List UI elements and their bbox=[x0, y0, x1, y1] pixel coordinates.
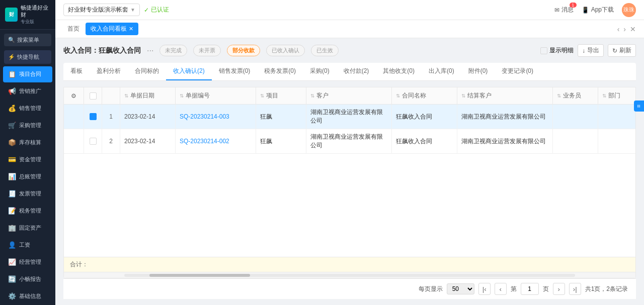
sidebar-item-general[interactable]: 📊 总账管理 bbox=[3, 169, 52, 185]
last-page-button[interactable]: ›| bbox=[569, 283, 581, 295]
row-checkbox-1[interactable] bbox=[90, 113, 97, 120]
sidebar-item-basic[interactable]: ⚙️ 基础信息 bbox=[3, 288, 52, 304]
general-icon: 📊 bbox=[8, 173, 16, 181]
th-contract[interactable]: ⇅ 合同名称 bbox=[392, 87, 457, 104]
sidebar: 财 畅捷通好业财 专业版 🔍 搜索菜单 ⚡ 快捷导航 📋 项目合同 📢 营销推广… bbox=[0, 0, 55, 305]
td-project-1: 狂飙 bbox=[256, 105, 306, 129]
first-page-button[interactable]: |‹ bbox=[478, 283, 491, 295]
right-panel-button[interactable]: ≡ bbox=[634, 100, 644, 112]
row-checkbox-2[interactable] bbox=[90, 138, 97, 145]
subtab-out-in[interactable]: 出入库(0) bbox=[422, 63, 461, 80]
status-partial-btn[interactable]: 部分收款 bbox=[227, 45, 260, 56]
table-row[interactable]: 1 2023-02-14 SQ-20230214-003 狂飙 湖南卫视商业运营… bbox=[64, 105, 635, 129]
next-tab-button[interactable]: › bbox=[623, 25, 626, 33]
show-detail-checkbox[interactable]: 显示明细 bbox=[540, 44, 574, 57]
sidebar-item-report[interactable]: 🔄 小畅报告 bbox=[3, 271, 52, 287]
table-row[interactable]: 2 2023-02-14 SQ-20230214-002 狂飙 湖南卫视商业运营… bbox=[64, 129, 635, 154]
sidebar-item-fixed[interactable]: 🏢 固定资产 bbox=[3, 220, 52, 236]
sidebar-item-funds[interactable]: 💳 资金管理 bbox=[3, 152, 52, 168]
sort-icon: ⇅ bbox=[557, 93, 561, 98]
total-info: 共1页，2条记录 bbox=[585, 285, 628, 293]
sidebar-item-sales[interactable]: 💰 销售管理 bbox=[3, 100, 52, 117]
prev-tab-button[interactable]: ‹ bbox=[617, 25, 620, 33]
horizontal-scrollbar[interactable] bbox=[64, 272, 635, 278]
close-all-tabs-button[interactable]: ✕ bbox=[630, 25, 636, 33]
current-tab[interactable]: 收入合同看板 ✕ bbox=[86, 23, 138, 35]
th-result-customer[interactable]: ⇅ 结算客户 bbox=[457, 87, 553, 104]
show-detail-cb-box[interactable] bbox=[540, 47, 547, 54]
subtab-change-log[interactable]: 变更记录(0) bbox=[495, 63, 540, 80]
subtab-purchase[interactable]: 采购(0) bbox=[303, 63, 337, 80]
sidebar-item-project[interactable]: 📋 项目合同 bbox=[3, 66, 52, 82]
th-department[interactable]: ⇅ 部门 bbox=[598, 87, 636, 104]
sidebar-item-marketing[interactable]: 📢 营销推广 bbox=[3, 83, 52, 99]
th-settings[interactable]: ⚙ bbox=[64, 87, 84, 104]
td-order-num-1[interactable]: SQ-20230214-003 bbox=[176, 105, 256, 129]
sidebar-item-invoice[interactable]: 🧾 发票管理 bbox=[3, 186, 52, 202]
scrollbar-track[interactable] bbox=[124, 274, 575, 277]
th-customer[interactable]: ⇅ 客户 bbox=[306, 87, 392, 104]
subtab-income-confirm[interactable]: 收入确认(2) bbox=[166, 63, 212, 80]
sidebar-item-tax[interactable]: 📝 税务管理 bbox=[3, 203, 52, 219]
user-avatar[interactable]: 珠珠 bbox=[622, 3, 636, 17]
td-checkbox-1[interactable] bbox=[84, 105, 102, 129]
page-number-input[interactable]: 1 bbox=[521, 283, 539, 295]
message-button[interactable]: ✉ 1 消息 bbox=[554, 6, 574, 14]
per-page-select[interactable]: 50 100 200 bbox=[447, 283, 474, 294]
home-tab[interactable]: 首页 bbox=[63, 23, 84, 35]
status-effective-btn[interactable]: 已生效 bbox=[311, 45, 339, 56]
order-link-2[interactable]: SQ-20230214-002 bbox=[180, 138, 229, 145]
sort-icon: ⇅ bbox=[602, 93, 606, 98]
th-date[interactable]: ⇅ 单据日期 bbox=[120, 87, 176, 104]
refresh-button[interactable]: ↻ 刷新 bbox=[608, 44, 636, 57]
sidebar-item-operations[interactable]: 📈 经营管理 bbox=[3, 254, 52, 270]
subtab-attachment[interactable]: 附件(0) bbox=[461, 63, 495, 80]
page-content: 收入合同：狂飙收入合同 ··· 未完成 未开票 部分收款 已收入确认 已生效 显… bbox=[55, 38, 644, 305]
subtab-payment[interactable]: 收付款(2) bbox=[337, 63, 376, 80]
app-download-button[interactable]: 📱 App下载 bbox=[582, 6, 614, 14]
contract-title: 收入合同：狂飙收入合同 bbox=[63, 46, 141, 55]
status-uninvoiced-btn[interactable]: 未开票 bbox=[193, 45, 221, 56]
td-settings-2 bbox=[64, 129, 84, 153]
quick-nav-button[interactable]: ⚡ 快捷导航 bbox=[4, 50, 51, 64]
td-checkbox-2[interactable] bbox=[84, 129, 102, 153]
td-order-num-2[interactable]: SQ-20230214-002 bbox=[176, 129, 256, 153]
settings-icon[interactable]: ⚙ bbox=[71, 92, 76, 99]
scrollbar-thumb[interactable] bbox=[149, 274, 250, 277]
more-options-icon[interactable]: ··· bbox=[147, 46, 153, 55]
th-checkbox[interactable] bbox=[84, 87, 102, 104]
subtab-sales-invoice[interactable]: 销售发票(0) bbox=[212, 63, 258, 80]
message-icon: ✉ bbox=[554, 7, 559, 14]
status-incomplete-btn[interactable]: 未完成 bbox=[159, 45, 187, 56]
status-confirmed-btn[interactable]: 已收入确认 bbox=[266, 45, 305, 56]
topbar-left: 好业财专业版演示帐套 ▼ ✓ 已认证 bbox=[63, 4, 169, 16]
subtab-kanban[interactable]: 看板 bbox=[63, 63, 90, 80]
close-tab-icon[interactable]: ✕ bbox=[129, 26, 133, 32]
subtab-contract-std[interactable]: 合同标的 bbox=[128, 63, 166, 80]
next-page-button[interactable]: › bbox=[553, 283, 565, 295]
tab-nav: ‹ › ✕ bbox=[617, 25, 636, 33]
subtab-other-income[interactable]: 其他收支(0) bbox=[376, 63, 422, 80]
prev-page-button[interactable]: ‹ bbox=[495, 283, 507, 295]
contract-actions: 显示明细 ↓ 导出 ↻ 刷新 bbox=[540, 44, 636, 57]
th-project[interactable]: ⇅ 项目 bbox=[256, 87, 306, 104]
td-result-customer-1: 湖南卫视商业运营发展有限公司 bbox=[457, 105, 553, 129]
mobile-icon: 📱 bbox=[582, 7, 589, 14]
td-date-1: 2023-02-14 bbox=[120, 105, 176, 129]
th-order-num[interactable]: ⇅ 单据编号 bbox=[176, 87, 256, 104]
refresh-icon: ↻ bbox=[612, 47, 617, 54]
logo-icon: 财 bbox=[5, 8, 18, 22]
export-button[interactable]: ↓ 导出 bbox=[578, 44, 604, 57]
subtab-profit[interactable]: 盈利分析 bbox=[90, 63, 128, 80]
sidebar-item-inventory[interactable]: 📦 库存核算 bbox=[3, 135, 52, 151]
header-checkbox[interactable] bbox=[90, 92, 97, 99]
search-menu-button[interactable]: 🔍 搜索菜单 bbox=[4, 34, 51, 46]
order-link-1[interactable]: SQ-20230214-003 bbox=[180, 113, 229, 120]
sidebar-item-purchase[interactable]: 🛒 采购管理 bbox=[3, 118, 52, 134]
th-salesperson[interactable]: ⇅ 业务员 bbox=[553, 87, 598, 104]
company-selector[interactable]: 好业财专业版演示帐套 ▼ bbox=[63, 4, 140, 16]
message-badge: 1 bbox=[570, 3, 577, 8]
sidebar-item-labor[interactable]: 👤 工资 bbox=[3, 237, 52, 253]
subtab-tax-invoice[interactable]: 税务发票(0) bbox=[257, 63, 303, 80]
tabbar: 首页 收入合同看板 ✕ ‹ › ✕ bbox=[55, 20, 644, 38]
